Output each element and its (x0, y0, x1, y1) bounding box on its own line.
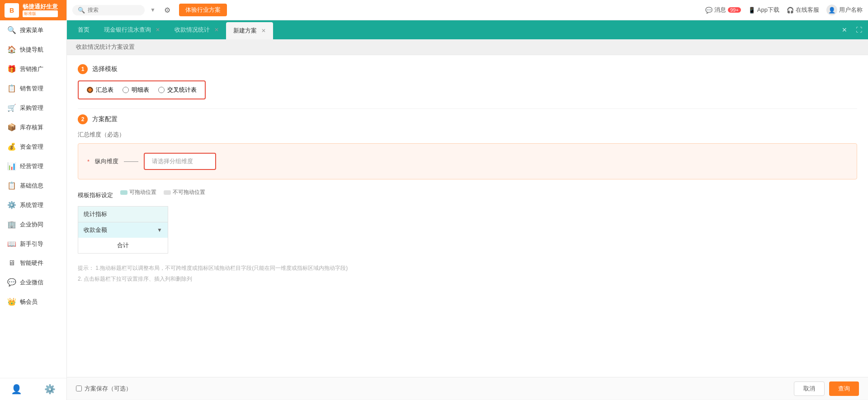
dimension-placeholder: 请选择分组维度 (152, 158, 193, 165)
avatar-icon: 👤 (11, 384, 22, 395)
online-service-button[interactable]: 🎧 在线客服 (787, 6, 819, 14)
window-close-button[interactable]: ✕ (839, 24, 850, 35)
tab-home[interactable]: 首页 (71, 20, 97, 39)
sidebar-item-label: 新手引导 (20, 240, 43, 248)
search-dropdown-arrow[interactable]: ▼ (150, 7, 156, 13)
inventory-icon: 📦 (7, 123, 16, 132)
hint-section: 提示： 1.拖动标题栏可以调整布局，不可跨维度或指标区域拖动栏目字段(只能在同一… (78, 263, 857, 284)
sidebar-item-label: 销售管理 (20, 85, 43, 93)
dimension-row: * 纵向维度 —— 请选择分组维度 (87, 153, 848, 170)
indicator-dropdown-arrow[interactable]: ▼ (157, 227, 162, 233)
content-area: 收款情况统计方案设置 1 选择模板 汇总表 明细表 (67, 39, 868, 400)
topbar-search-box[interactable]: 🔍 (72, 5, 145, 15)
hint-1: 提示： 1.拖动标题栏可以调整布局，不可跨维度或指标区域拖动栏目字段(只能在同一… (78, 263, 857, 273)
sidebar-item-purchase[interactable]: 🛒 采购管理 (0, 98, 66, 118)
sidebar-item-business[interactable]: 📊 经营管理 (0, 156, 66, 176)
tab-bank-flow-close[interactable]: ✕ (156, 27, 160, 33)
enterprise-icon: 🏢 (7, 220, 16, 229)
legend-non-draggable: 不可拖动位置 (164, 188, 205, 196)
breadcrumb: 收款情况统计方案设置 (67, 39, 868, 55)
sidebar-item-label: 资金管理 (20, 143, 43, 151)
save-checkbox-label[interactable]: 方案保存（可选） (76, 385, 132, 393)
dimension-select[interactable]: 请选择分组维度 (144, 153, 216, 170)
step2-header: 2 方案配置 (78, 114, 857, 124)
indicator-table: 统计指标 收款金额 ▼ 合计 (78, 206, 168, 254)
logo-text: 畅捷通好生意 (23, 3, 58, 10)
radio-summary[interactable]: 汇总表 (87, 86, 113, 94)
tab-new-plan-close[interactable]: ✕ (261, 28, 266, 34)
sidebar-item-sales[interactable]: 📋 销售管理 (0, 79, 66, 98)
tab-bank-flow[interactable]: 现金银行流水查询 ✕ (97, 20, 167, 39)
step2-section: 2 方案配置 汇总维度（必选） * 纵向维度 —— 请选择分组维度 (78, 114, 857, 284)
sidebar: B 畅捷通好生意 标准版 🔍 搜索菜单 🏠 快捷导航 🎁 营销推广 📋 销售管理… (0, 0, 67, 400)
radio-detail[interactable]: 明细表 (123, 86, 149, 94)
sidebar-item-label: 企业协同 (20, 221, 43, 229)
sidebar-item-system[interactable]: ⚙️ 系统管理 (0, 195, 66, 215)
sidebar-item-member[interactable]: 👑 畅会员 (0, 292, 66, 311)
search-input[interactable] (88, 7, 133, 13)
hint-2: 2. 点击标题栏下拉可设置排序、插入列和删除列 (78, 273, 857, 284)
app-download-button[interactable]: 📱 App下载 (748, 6, 779, 14)
settings-gear-button[interactable]: ⚙ (161, 4, 174, 16)
draggable-label: 可拖动位置 (129, 188, 156, 196)
sidebar-item-label: 经营管理 (20, 162, 43, 170)
finance-icon: 💰 (7, 142, 16, 151)
notification-button[interactable]: 💬 消息 99+ (705, 6, 741, 14)
radio-cross[interactable]: 交叉统计表 (158, 86, 197, 94)
user-avatar[interactable]: 👤 用户名称 (826, 5, 863, 15)
save-checkbox[interactable] (76, 386, 82, 391)
step2-number: 2 (78, 114, 88, 124)
indicator-table-header: 统计指标 (78, 207, 168, 222)
dimension-label: 汇总维度（必选） (78, 131, 857, 139)
tab-home-label: 首页 (78, 26, 90, 34)
query-button[interactable]: 查询 (829, 381, 859, 396)
sidebar-bottom-settings[interactable]: ⚙️ (41, 382, 59, 396)
sidebar-bottom-avatar[interactable]: 👤 (7, 382, 26, 396)
sidebar-item-guide[interactable]: 📖 新手引导 (0, 234, 66, 254)
sidebar-item-label: 搜索菜单 (20, 26, 43, 34)
cancel-button[interactable]: 取消 (794, 381, 825, 396)
sidebar-item-enterprise[interactable]: 🏢 企业协同 (0, 215, 66, 234)
tab-receipt-stats[interactable]: 收款情况统计 ✕ (167, 20, 226, 39)
sidebar-item-smart-hw[interactable]: 🖥 智能硬件 (0, 254, 66, 273)
download-icon: 📱 (748, 7, 755, 14)
sidebar-item-basic-info[interactable]: 📋 基础信息 (0, 176, 66, 195)
topbar-right: 💬 消息 99+ 📱 App下载 🎧 在线客服 👤 用户名称 (705, 5, 863, 15)
tab-bank-flow-label: 现金银行流水查询 (104, 26, 151, 34)
trial-industry-button[interactable]: 体验行业方案 (179, 4, 227, 16)
sidebar-item-wechat[interactable]: 💬 企业微信 (0, 273, 66, 292)
radio-cross-input[interactable] (158, 87, 165, 93)
tab-new-plan-label: 新建方案 (233, 27, 257, 35)
tab-receipt-stats-close[interactable]: ✕ (214, 27, 219, 33)
info-icon: 📋 (7, 181, 16, 190)
sidebar-item-marketing[interactable]: 🎁 营销推广 (0, 59, 66, 79)
required-mark: * (87, 158, 90, 165)
sidebar-item-quick-nav[interactable]: 🏠 快捷导航 (0, 40, 66, 59)
user-icon: 👤 (826, 5, 837, 15)
step2-title: 方案配置 (92, 115, 118, 123)
window-maximize-button[interactable]: ⛶ (854, 24, 864, 35)
sidebar-item-label: 库存核算 (20, 123, 43, 132)
logo-badge: 标准版 (23, 10, 58, 17)
draggable-dot (120, 190, 127, 195)
sidebar-item-label: 快捷导航 (20, 46, 43, 54)
search-icon: 🔍 (7, 26, 16, 34)
sidebar-bottom: 👤 ⚙️ (0, 378, 66, 400)
sidebar-item-search[interactable]: 🔍 搜索菜单 (0, 20, 66, 40)
gift-icon: 🎁 (7, 65, 16, 73)
username-label: 用户名称 (839, 6, 863, 14)
sidebar-item-inventory[interactable]: 📦 库存核算 (0, 118, 66, 137)
business-icon: 📊 (7, 162, 16, 170)
indicator-cell-name: 收款金额 (84, 226, 107, 234)
radio-detail-input[interactable] (123, 87, 129, 93)
indicator-title: 模板指标设定 (78, 191, 113, 199)
logo-icon: B (5, 3, 19, 18)
radio-detail-label: 明细表 (132, 86, 149, 94)
sidebar-item-label: 畅会员 (20, 298, 38, 306)
system-icon: ⚙️ (7, 201, 16, 209)
tab-new-plan[interactable]: 新建方案 ✕ (226, 22, 273, 39)
radio-summary-input[interactable] (87, 87, 93, 93)
sidebar-item-finance[interactable]: 💰 资金管理 (0, 137, 66, 156)
wechat-icon: 💬 (7, 278, 16, 287)
sidebar-item-label: 企业微信 (20, 278, 43, 287)
